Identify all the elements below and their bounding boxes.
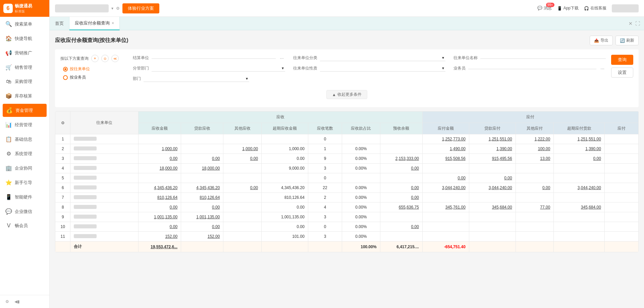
partner-nature-select[interactable]: ▾ — [320, 65, 445, 72]
app-download-btn[interactable]: 📱 App下载 — [557, 5, 579, 11]
sidebar-item-label: 资金管理 — [15, 107, 33, 114]
th-prepaid: 预收余额 — [380, 123, 422, 134]
sidebar-item-guide[interactable]: ⭐ 新手引导 — [0, 175, 49, 190]
sidebar-item-hardware[interactable]: 📱 智能硬件 — [0, 190, 49, 204]
back-filter-button[interactable]: ≪ — [111, 55, 119, 62]
th-loan-rec: 贷款应收 — [181, 123, 223, 134]
total-row: 合计 19,553,472,6... 100.00% 6,417,215....… — [55, 241, 639, 252]
sidebar-item-finance[interactable]: 💰 资金管理 — [3, 104, 47, 117]
filter-method-top: 按以下方案查询 + ⊙ ≪ — [60, 55, 127, 62]
table-row: 11████████152.00152.00101.0030.00% — [55, 232, 639, 241]
collapse-icon[interactable]: ◀▮ — [14, 299, 20, 304]
total-rec-count — [308, 241, 342, 252]
sidebar-item-search[interactable]: 🔍 搜索菜单 — [0, 17, 49, 31]
field-salesperson: 业务员 ··· — [453, 65, 606, 72]
sidebar-item-corp[interactable]: 🏢 企业协同 — [0, 161, 49, 175]
corp-icon: 🏢 — [5, 165, 12, 171]
field-partner-nature: 往来单位性质 ▾ — [293, 65, 445, 72]
salesperson-input[interactable] — [468, 68, 596, 69]
settings-icon[interactable]: ⚙ — [5, 299, 9, 304]
dept-select[interactable]: ▾ — [144, 76, 249, 82]
user-avatar-area[interactable] — [612, 4, 639, 12]
export-button[interactable]: 📤 导出 — [590, 36, 613, 45]
sidebar-item-quick[interactable]: 🏠 快捷导航 — [0, 31, 49, 46]
partner-name-label: 往来单位名称 — [453, 55, 478, 61]
th-receivable-group: 应收 — [138, 112, 422, 123]
message-container[interactable]: 💬 消息 99+ — [537, 5, 551, 11]
sidebar-item-vip[interactable]: V 畅会员 — [0, 219, 49, 233]
gear-settings-icon[interactable]: ⚙ — [116, 6, 120, 11]
sidebar-item-basic[interactable]: 📋 基础信息 — [0, 132, 49, 146]
tab-close-window-icon[interactable]: ✕ — [629, 21, 633, 26]
marketing-icon: 📢 — [5, 50, 12, 56]
sidebar-item-system[interactable]: ⚙ 系统管理 — [0, 146, 49, 161]
sidebar-item-marketing[interactable]: 📢 营销推广 — [0, 46, 49, 60]
tab-close-icon[interactable]: × — [112, 21, 114, 26]
vip-icon: V — [5, 223, 12, 229]
app-sub: 标准版 — [15, 9, 32, 14]
th-settings[interactable]: ⚙ — [55, 112, 70, 134]
industry-button[interactable]: 体验行业方案 — [122, 3, 159, 13]
query-button[interactable]: 查询 — [611, 55, 633, 65]
table-row: 3████████0.000.000.000.0090.00%2,153,333… — [55, 154, 639, 164]
sidebar-item-label: 系统管理 — [15, 151, 32, 157]
target-filter-button[interactable]: ⊙ — [101, 55, 109, 62]
hardware-icon: 📱 — [5, 194, 12, 200]
sidebar-item-wechat[interactable]: 💬 企业微信 — [0, 204, 49, 219]
department-select[interactable]: ▾ — [152, 65, 285, 72]
settlement-unit-input[interactable] — [152, 57, 276, 59]
sidebar-item-inventory[interactable]: 📦 库存核算 — [0, 89, 49, 103]
search-icon: 🔍 — [5, 21, 12, 27]
sidebar-item-operation[interactable]: 📊 经营管理 — [0, 118, 49, 132]
sidebar-item-sales[interactable]: 🛒 销售管理 — [0, 60, 49, 75]
add-filter-button[interactable]: + — [91, 55, 99, 62]
filter-by-employee[interactable]: 按业务员 — [60, 73, 127, 82]
employee-radio[interactable] — [63, 75, 68, 80]
message-icon: 💬 — [537, 6, 542, 10]
page-actions: 📤 导出 🔄 刷新 — [590, 36, 639, 45]
refresh-icon: 🔄 — [620, 38, 625, 43]
tab-bar-actions: ✕ ⛶ — [629, 21, 644, 26]
table-row: 1████████01,252,773.001,251,551.001,222.… — [55, 134, 639, 144]
field-partner-name: 往来单位名称 — [453, 55, 606, 61]
partner-name-input[interactable] — [480, 57, 606, 59]
download-icon: 📱 — [557, 6, 562, 11]
total-pay-amount: -654,751.40 — [422, 241, 469, 252]
tab-balance[interactable]: 应收应付余额查询 × — [69, 17, 120, 30]
filter-by-partner[interactable]: 按往来单位 — [60, 65, 127, 73]
total-rec-amount[interactable]: 19,553,472,6... — [138, 241, 181, 252]
chevron-down-icon[interactable]: ▾ — [111, 6, 113, 11]
filter-search-label: 按以下方案查询 — [60, 56, 89, 61]
system-icon: ⚙ — [5, 150, 12, 157]
table-gear-icon[interactable]: ⚙ — [61, 121, 65, 125]
th-overdue-pay: 超期应付货款 — [554, 123, 605, 134]
online-service-btn[interactable]: 🎧 在线客服 — [584, 5, 606, 11]
dropdown-icon3: ▾ — [442, 66, 444, 71]
online-service-label: 在线客服 — [590, 5, 606, 11]
filter-employee-label: 按业务员 — [70, 75, 86, 80]
total-loan-rec — [181, 241, 223, 252]
breadcrumb-path — [55, 4, 109, 12]
refresh-button[interactable]: 🔄 刷新 — [615, 36, 639, 45]
app-name: 畅捷通易 — [15, 3, 32, 9]
partner-radio[interactable] — [63, 67, 68, 72]
total-pay-col — [604, 241, 638, 252]
partner-category-select[interactable]: ▾ — [320, 55, 445, 61]
sidebar-item-label: 库存核算 — [15, 93, 32, 99]
sidebar-item-purchase[interactable]: 🛍 采购管理 — [0, 75, 49, 89]
field-dept: 部门 ▾ — [133, 76, 249, 82]
basic-icon: 📋 — [5, 136, 12, 142]
top-header: ▾ ⚙ 体验行业方案 💬 消息 99+ 📱 App下载 🎧 在线客服 — [50, 0, 644, 17]
collapse-button[interactable]: ▲ 收起更多条件 — [326, 90, 367, 99]
logo-area: 6 畅捷通易 标准版 — [0, 0, 49, 17]
settings-button[interactable]: 设置 — [611, 68, 633, 78]
finance-icon: 💰 — [6, 107, 13, 114]
tab-maximize-icon[interactable]: ⛶ — [635, 21, 640, 26]
tab-home[interactable]: 首页 — [50, 17, 69, 30]
department-label: 分管部门 — [133, 65, 149, 71]
data-table: ⚙ 往来单位 应收 应付 应收金额 贷款应收 其他应收 超期应收金额 应收笔数 … — [55, 111, 639, 252]
sales-icon: 🛒 — [5, 64, 12, 71]
table-row: 10████████0.000.000.0000.00%0.00 — [55, 222, 639, 232]
salesperson-more-icon[interactable]: ··· — [599, 66, 606, 71]
settlement-unit-more-icon[interactable]: ··· — [278, 55, 285, 61]
